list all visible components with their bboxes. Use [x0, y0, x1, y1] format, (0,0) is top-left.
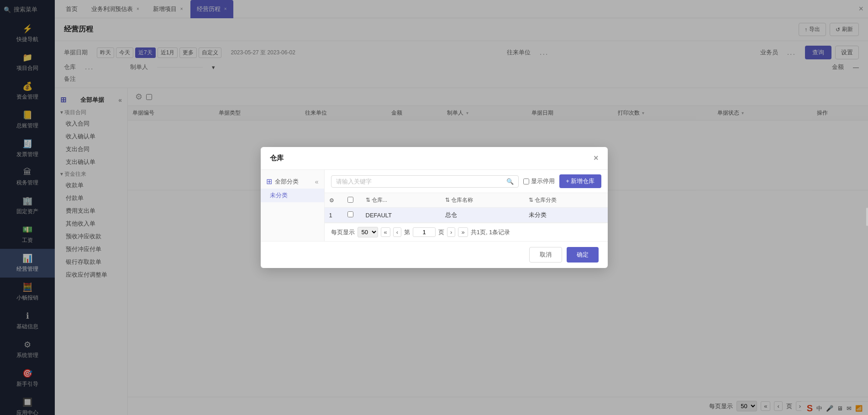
modal-col-settings: ⚙	[325, 193, 343, 208]
modal-left-all-label: 全部分类	[275, 178, 299, 186]
modal-table-row[interactable]: 1 DEFAULT 总仓 未分类	[325, 208, 608, 223]
modal-prev-page-btn[interactable]: ‹	[393, 227, 401, 237]
modal-close-icon[interactable]: ×	[594, 153, 599, 163]
modal-pagination: 每页显示 50 « ‹ 第 页 › » 共1页, 1条记录	[331, 227, 510, 237]
modal-left-nav: ⊞ 全部分类 « 未分类	[261, 170, 325, 241]
sort-icon3: ⇅	[529, 197, 533, 203]
modal-cancel-button[interactable]: 取消	[529, 247, 562, 263]
modal-page-label: 第	[404, 228, 410, 236]
sort-icon2: ⇅	[445, 197, 450, 203]
modal-next-page-btn[interactable]: ›	[447, 227, 455, 237]
modal-row-check[interactable]	[347, 211, 353, 217]
modal-left-all[interactable]: ⊞ 全部分类 «	[261, 174, 324, 189]
modal-warehouse-table: ⚙ ⇅ 仓库... ⇅ 仓库名称	[325, 193, 608, 223]
modal-header: 仓库 ×	[261, 147, 608, 170]
modal-first-page-btn[interactable]: «	[381, 227, 390, 237]
show-disabled-checkbox[interactable]: 显示停用	[523, 177, 555, 185]
modal-table-wrapper: ⚙ ⇅ 仓库... ⇅ 仓库名称	[325, 193, 608, 223]
modal-right: 🔍 显示停用 + 新增仓库 ⚙	[325, 170, 608, 241]
modal-left-uncategorized[interactable]: 未分类	[261, 189, 324, 202]
show-disabled-label: 显示停用	[531, 177, 555, 185]
modal-col-code: ⇅ 仓库...	[361, 193, 441, 208]
modal-confirm-button[interactable]: 确定	[567, 247, 599, 263]
modal-row-code: DEFAULT	[361, 208, 441, 223]
modal-col-category: ⇅ 仓库分类	[524, 193, 608, 208]
modal-row-name: 总仓	[441, 208, 524, 223]
modal-toolbar: 🔍 显示停用 + 新增仓库	[325, 170, 608, 193]
modal-row-checkbox[interactable]	[343, 208, 361, 223]
sort-icon: ⇅	[366, 197, 370, 203]
warehouse-modal: 仓库 × ⊞ 全部分类 « 未分类	[261, 147, 608, 268]
modal-title: 仓库	[270, 154, 284, 163]
modal-total: 共1页, 1条记录	[471, 228, 510, 236]
show-disabled-input[interactable]	[523, 179, 529, 184]
modal-per-page-label: 每页显示	[331, 228, 355, 236]
add-warehouse-button[interactable]: + 新增仓库	[559, 174, 601, 188]
grid-icon: ⊞	[266, 177, 272, 186]
modal-col-name: ⇅ 仓库名称	[441, 193, 524, 208]
modal-page-label2: 页	[438, 228, 444, 236]
modal-last-page-btn[interactable]: »	[458, 227, 468, 237]
modal-actions: 取消 确定	[261, 241, 608, 268]
modal-body: ⊞ 全部分类 « 未分类 🔍	[261, 170, 608, 241]
modal-uncategorized-label: 未分类	[270, 192, 288, 199]
modal-col-checkbox	[343, 193, 361, 208]
modal-select-all[interactable]	[347, 197, 353, 203]
modal-overlay: 仓库 × ⊞ 全部分类 « 未分类	[0, 0, 868, 415]
modal-page-size-select[interactable]: 50	[358, 227, 378, 237]
modal-collapse-icon[interactable]: «	[315, 178, 319, 185]
modal-row-category: 未分类	[524, 208, 608, 223]
modal-search-input[interactable]	[336, 178, 504, 185]
modal-row-num: 1	[325, 208, 343, 223]
modal-page-input[interactable]	[413, 227, 436, 237]
modal-search-icon[interactable]: 🔍	[506, 178, 514, 185]
modal-search-wrapper: 🔍	[331, 175, 519, 188]
modal-footer: 每页显示 50 « ‹ 第 页 › » 共1页, 1条记录	[325, 223, 608, 241]
